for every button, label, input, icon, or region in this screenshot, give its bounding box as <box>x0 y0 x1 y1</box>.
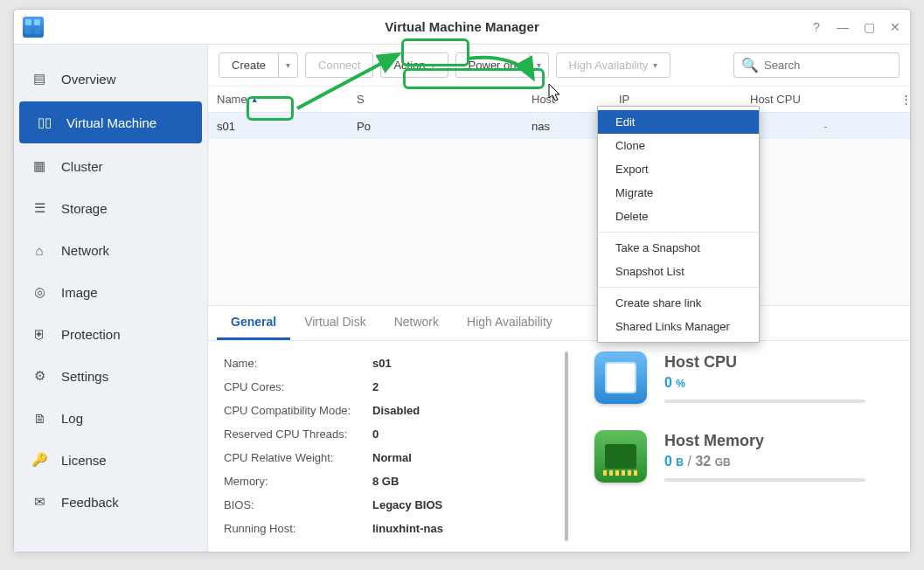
sort-asc-icon: ▲ <box>251 95 259 104</box>
overview-icon: ▤ <box>30 69 49 88</box>
sidebar-item-protection[interactable]: ⛨ Protection <box>14 313 207 355</box>
menu-separator <box>598 287 759 288</box>
col-name[interactable]: Name▲ <box>208 93 348 106</box>
sidebar-item-label: Virtual Machine <box>66 115 156 130</box>
action-button[interactable]: Action▾ <box>380 52 448 78</box>
menu-item-clone[interactable]: Clone <box>598 134 759 157</box>
info-value: s01 <box>372 357 392 370</box>
menu-separator <box>598 232 759 233</box>
col-more[interactable]: ⋮ <box>892 93 910 106</box>
sidebar-item-license[interactable]: 🔑 License <box>14 439 207 481</box>
close-button[interactable]: ✕ <box>887 19 903 35</box>
sidebar-item-label: Feedback <box>61 495 119 510</box>
detail-tabs: General Virtual Disk Network High Availa… <box>208 306 910 341</box>
protection-icon: ⛨ <box>30 324 49 344</box>
col-host-cpu[interactable]: Host CPU <box>741 93 892 106</box>
info-label: CPU Cores: <box>224 380 372 393</box>
maximize-button[interactable]: ▢ <box>861 19 877 35</box>
scrollbar[interactable] <box>565 351 568 541</box>
stats-column: Host CPU 0 % Host Memory 0 B <box>577 351 894 541</box>
col-host[interactable]: Host <box>523 93 610 106</box>
create-caret[interactable]: ▾ <box>279 52 298 78</box>
connect-button[interactable]: Connect <box>305 52 373 78</box>
menu-item-snapshot-list[interactable]: Snapshot List <box>598 260 759 283</box>
menu-item-edit[interactable]: Edit <box>598 110 759 134</box>
log-icon: 🗎 <box>30 408 49 428</box>
caret-down-icon: ▾ <box>431 60 435 70</box>
image-icon: ◎ <box>30 282 49 302</box>
stat-value: 0 B / 32 GB <box>664 454 865 469</box>
sidebar-item-virtual-machine[interactable]: ▯▯ Virtual Machine <box>19 101 202 143</box>
menu-item-create-share-link[interactable]: Create share link <box>598 291 759 315</box>
caret-down-icon: ▾ <box>653 60 657 70</box>
license-icon: 🔑 <box>30 450 49 469</box>
cluster-icon: ▦ <box>30 156 49 176</box>
cpu-chip-icon <box>594 351 647 404</box>
sidebar-item-feedback[interactable]: ✉ Feedback <box>14 481 207 523</box>
cell-cpu: - <box>741 120 910 133</box>
sidebar-item-overview[interactable]: ▤ Overview <box>14 58 207 100</box>
window-title: Virtual Machine Manager <box>385 19 538 34</box>
storage-icon: ☰ <box>30 198 49 218</box>
table-row[interactable]: s01 Po nas - - <box>208 113 910 139</box>
window-body: ▤ Overview ▯▯ Virtual Machine ▦ Cluster … <box>14 45 910 552</box>
sidebar-item-label: Image <box>61 285 98 300</box>
sidebar-item-label: Network <box>61 243 109 258</box>
info-value: 2 <box>372 380 379 393</box>
menu-item-shared-links-manager[interactable]: Shared Links Manager <box>598 315 759 338</box>
poweron-button[interactable]: Power on <box>455 52 530 78</box>
info-label: Name: <box>224 357 372 370</box>
info-value: Legacy BIOS <box>372 498 442 511</box>
info-label: BIOS: <box>224 498 372 511</box>
main: Create ▾ Connect Action▾ Power on ▾ High… <box>208 45 910 552</box>
poweron-caret[interactable]: ▾ <box>530 52 549 78</box>
sidebar-item-label: Log <box>61 411 83 426</box>
sidebar-item-settings[interactable]: ⚙ Settings <box>14 355 207 397</box>
cell-status: Po <box>348 120 523 133</box>
sidebar-item-label: Storage <box>61 201 108 216</box>
vm-icon: ▯▯ <box>35 113 54 132</box>
search-input[interactable] <box>764 59 910 72</box>
tab-network[interactable]: Network <box>380 306 453 340</box>
app-window: Virtual Machine Manager ? — ▢ ✕ ▤ Overvi… <box>13 9 911 553</box>
menu-item-migrate[interactable]: Migrate <box>598 181 759 205</box>
sidebar-item-network[interactable]: ⌂ Network <box>14 229 207 271</box>
minimize-button[interactable]: — <box>835 19 851 35</box>
menu-item-take-a-snapshot[interactable]: Take a Snapshot <box>598 236 759 260</box>
search-box[interactable]: 🔍 <box>733 52 900 78</box>
col-ip[interactable]: IP <box>610 93 741 106</box>
window-controls: ? — ▢ ✕ <box>809 19 903 35</box>
feedback-icon: ✉ <box>30 492 49 511</box>
memory-chip-icon <box>594 430 647 483</box>
stat-title: Host Memory <box>664 432 865 450</box>
info-label: Running Host: <box>224 522 372 535</box>
app-icon <box>23 17 44 38</box>
ha-button[interactable]: High Availability▾ <box>556 52 671 78</box>
info-label: Reserved CPU Threads: <box>224 428 372 441</box>
stat-host-memory: Host Memory 0 B / 32 GB <box>594 430 894 483</box>
titlebar: Virtual Machine Manager ? — ▢ ✕ <box>14 10 910 45</box>
sidebar-item-label: Overview <box>61 72 116 87</box>
tab-virtual-disk[interactable]: Virtual Disk <box>290 306 380 340</box>
cell-name: s01 <box>208 120 348 133</box>
menu-item-export[interactable]: Export <box>598 157 759 181</box>
cursor-icon <box>544 82 563 105</box>
tab-high-availability[interactable]: High Availability <box>453 306 566 340</box>
tab-general[interactable]: General <box>217 306 290 340</box>
menu-item-delete[interactable]: Delete <box>598 205 759 228</box>
settings-icon: ⚙ <box>30 366 49 386</box>
cpu-bar <box>664 400 865 403</box>
network-icon: ⌂ <box>30 240 49 260</box>
sidebar-item-storage[interactable]: ☰ Storage <box>14 187 207 229</box>
col-status[interactable]: S <box>348 93 523 106</box>
sidebar-item-image[interactable]: ◎ Image <box>14 271 207 313</box>
sidebar-item-log[interactable]: 🗎 Log <box>14 397 207 439</box>
detail-panel: General Virtual Disk Network High Availa… <box>208 305 910 552</box>
help-button[interactable]: ? <box>809 19 824 35</box>
info-label: Memory: <box>224 475 372 488</box>
create-button[interactable]: Create <box>219 52 279 78</box>
info-label: CPU Relative Weight: <box>224 451 372 464</box>
sidebar-item-label: Cluster <box>61 159 103 174</box>
sidebar-item-cluster[interactable]: ▦ Cluster <box>14 145 207 187</box>
poweron-split-button: Power on ▾ <box>455 52 549 78</box>
